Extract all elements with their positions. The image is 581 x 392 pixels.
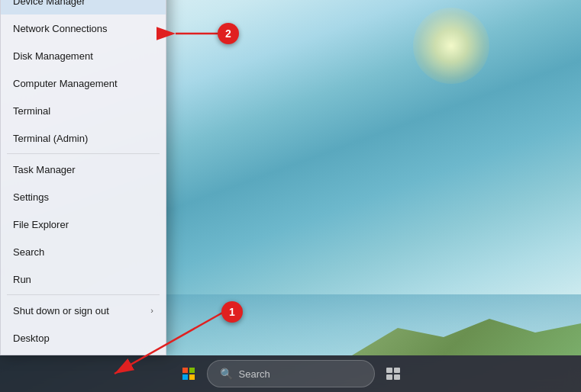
taskbar-center: 🔍 Search — [173, 358, 408, 389]
annotation-2: 2 — [218, 23, 239, 44]
menu-item-label-terminal: Terminal — [13, 105, 153, 117]
svg-rect-7 — [394, 374, 400, 380]
menu-item-search[interactable]: Search — [1, 238, 166, 265]
menu-item-label-run: Run — [13, 274, 153, 285]
menu-item-label-file-explorer: File Explorer — [13, 219, 153, 230]
menu-item-label-network-connections: Network Connections — [13, 23, 153, 34]
windows-logo — [182, 368, 195, 380]
menu-item-label-shut-down: Shut down or sign out — [13, 305, 150, 316]
menu-item-network-connections[interactable]: Network Connections — [1, 14, 166, 42]
menu-item-shut-down[interactable]: Shut down or sign out› — [1, 297, 166, 324]
svg-rect-5 — [394, 368, 400, 373]
context-menu: SystemDevice ManagerNetwork ConnectionsD… — [0, 0, 166, 355]
menu-item-label-terminal-admin: Terminal (Admin) — [13, 133, 153, 144]
menu-item-label-settings: Settings — [13, 191, 153, 203]
win-logo-q2 — [189, 368, 195, 373]
sun-glow — [413, 8, 489, 84]
taskbar-search-bar[interactable]: 🔍 Search — [207, 360, 375, 387]
win-logo-q3 — [182, 374, 188, 380]
search-icon: 🔍 — [220, 368, 233, 380]
menu-item-computer-management[interactable]: Computer Management — [1, 69, 166, 97]
menu-item-label-desktop: Desktop — [13, 333, 153, 344]
menu-item-device-manager[interactable]: Device Manager — [1, 0, 166, 14]
divider-divider2 — [7, 294, 160, 295]
divider-divider1 — [7, 153, 160, 154]
menu-item-terminal-admin[interactable]: Terminal (Admin) — [1, 124, 166, 152]
menu-item-label-device-manager: Device Manager — [13, 0, 153, 7]
menu-item-file-explorer[interactable]: File Explorer — [1, 210, 166, 238]
menu-item-label-task-manager: Task Manager — [13, 164, 153, 175]
menu-item-disk-management[interactable]: Disk Management — [1, 42, 166, 69]
taskbar: 🔍 Search — [0, 355, 581, 392]
windows-start-button[interactable] — [173, 358, 204, 389]
menu-item-terminal[interactable]: Terminal — [1, 97, 166, 124]
annotation-circle-1: 1 — [221, 301, 243, 323]
menu-item-arrow-shut-down: › — [150, 306, 153, 315]
win-logo-q4 — [189, 374, 195, 380]
win-logo-q1 — [182, 368, 188, 373]
menu-item-label-disk-management: Disk Management — [13, 50, 153, 62]
svg-rect-4 — [386, 368, 392, 373]
menu-item-label-computer-management: Computer Management — [13, 78, 153, 89]
annotation-circle-2: 2 — [218, 23, 239, 44]
menu-item-task-manager[interactable]: Task Manager — [1, 156, 166, 183]
annotation-1: 1 — [221, 301, 243, 323]
svg-rect-6 — [386, 374, 392, 380]
task-view-button[interactable] — [378, 358, 408, 389]
taskbar-search-label: Search — [239, 368, 270, 380]
menu-item-run[interactable]: Run — [1, 265, 166, 293]
task-view-icon — [386, 368, 400, 380]
menu-item-settings[interactable]: Settings — [1, 183, 166, 210]
menu-item-label-search: Search — [13, 246, 153, 258]
menu-item-desktop[interactable]: Desktop — [1, 324, 166, 352]
